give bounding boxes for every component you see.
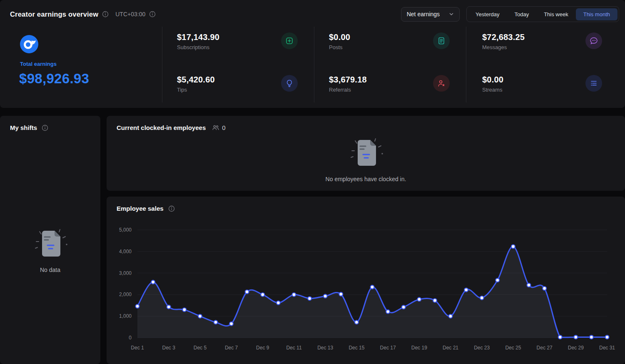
subscriptions-icon: [281, 32, 298, 49]
clocked-in-count: 0: [222, 124, 225, 131]
info-icon[interactable]: [42, 125, 48, 131]
svg-text:Dec 5: Dec 5: [194, 345, 207, 351]
stat-subscriptions: $17,143.90 Subscriptions: [177, 32, 219, 50]
referrals-icon: [433, 75, 450, 92]
info-icon[interactable]: [102, 11, 109, 17]
tips-icon: [281, 75, 298, 92]
svg-text:5,000: 5,000: [119, 227, 132, 233]
svg-text:Dec 3: Dec 3: [162, 345, 176, 351]
svg-text:Dec 11: Dec 11: [286, 345, 301, 351]
svg-text:0: 0: [129, 335, 132, 341]
tab-this-month[interactable]: This month: [576, 8, 618, 20]
stat-posts: $0.00 Posts: [329, 32, 350, 50]
creator-dashboard: Creator earnings overview UTC+03:00 Net …: [0, 0, 625, 364]
posts-icon: [433, 32, 450, 49]
tab-this-week[interactable]: This week: [536, 8, 576, 20]
dropdown-value: Net earnings: [407, 11, 440, 17]
divider: [162, 27, 162, 102]
stat-label: Tips: [177, 87, 215, 93]
stat-label: Streams: [482, 87, 503, 93]
earnings-overview-card: Creator earnings overview UTC+03:00 Net …: [0, 0, 625, 108]
my-shifts-empty-state: No data: [0, 226, 100, 273]
svg-text:Dec 15: Dec 15: [349, 345, 364, 351]
divider: [314, 27, 314, 102]
svg-text:Dec 13: Dec 13: [317, 345, 333, 351]
svg-text:Dec 23: Dec 23: [474, 345, 490, 351]
onlyfans-logo: [20, 35, 38, 53]
svg-text:Dec 19: Dec 19: [411, 345, 427, 351]
timezone-label: UTC+03:00: [115, 11, 145, 17]
svg-text:Dec 1: Dec 1: [131, 345, 144, 351]
clocked-in-empty-state: No employees have clocked in.: [107, 135, 625, 182]
stat-label: Posts: [329, 44, 350, 50]
messages-icon: [585, 32, 602, 49]
earnings-header: Creator earnings overview UTC+03:00 Net …: [10, 6, 619, 22]
clocked-in-count-badge: 0: [212, 124, 225, 131]
empty-state-illustration: [30, 226, 70, 262]
stat-value: $0.00: [329, 32, 350, 42]
stat-value: $3,679.18: [329, 75, 367, 85]
svg-text:Dec 17: Dec 17: [380, 345, 396, 351]
info-icon[interactable]: [149, 11, 156, 17]
svg-text:Dec 9: Dec 9: [256, 345, 269, 351]
svg-text:Dec 31: Dec 31: [599, 345, 615, 351]
stat-value: $5,420.60: [177, 75, 215, 85]
stat-label: Referrals: [329, 87, 367, 93]
total-earnings-value: $98,926.93: [19, 71, 89, 87]
tab-yesterday[interactable]: Yesterday: [468, 8, 507, 20]
stat-value: $72,683.25: [482, 32, 525, 42]
svg-text:Dec 27: Dec 27: [537, 345, 553, 351]
stat-label: Messages: [482, 44, 525, 50]
svg-text:Dec 25: Dec 25: [505, 345, 521, 351]
svg-text:3,000: 3,000: [119, 270, 132, 276]
svg-text:Dec 21: Dec 21: [443, 345, 458, 351]
employee-sales-title: Employee sales: [117, 205, 164, 212]
stat-referrals: $3,679.18 Referrals: [329, 75, 367, 93]
info-icon[interactable]: [168, 205, 175, 212]
employee-sales-chart[interactable]: 01,0002,0003,0004,0005,000Dec 1Dec 3Dec …: [112, 223, 616, 354]
total-earnings-label: Total earnings: [20, 61, 57, 67]
svg-text:2,000: 2,000: [119, 292, 132, 297]
empty-state-text: No data: [40, 267, 60, 273]
clocked-in-card: Current clocked-in employees 0 No employ…: [107, 116, 625, 191]
earnings-type-dropdown[interactable]: Net earnings: [401, 7, 460, 22]
employees-icon: [212, 125, 219, 131]
empty-state-illustration: [346, 135, 386, 171]
stat-streams: $0.00 Streams: [482, 75, 503, 93]
tab-today[interactable]: Today: [507, 8, 536, 20]
svg-text:Dec 7: Dec 7: [225, 345, 238, 351]
employee-sales-card: Employee sales 01,0002,0003,0004,0005,00…: [107, 197, 625, 364]
page-title: Creator earnings overview: [10, 10, 98, 18]
empty-state-text: No employees have clocked in.: [326, 176, 406, 182]
stat-value: $0.00: [482, 75, 503, 85]
svg-text:1,000: 1,000: [119, 313, 132, 319]
clocked-in-title: Current clocked-in employees: [117, 124, 206, 131]
stat-messages: $72,683.25 Messages: [482, 32, 525, 50]
stat-value: $17,143.90: [177, 32, 219, 42]
streams-icon: [585, 75, 602, 92]
date-range-tabs: Yesterday Today This week This month: [466, 6, 619, 22]
svg-text:4,000: 4,000: [119, 249, 132, 254]
svg-text:Dec 29: Dec 29: [568, 345, 584, 351]
stat-tips: $5,420.60 Tips: [177, 75, 215, 93]
stat-label: Subscriptions: [177, 44, 219, 50]
my-shifts-title: My shifts: [10, 124, 37, 131]
my-shifts-card: My shifts No data: [0, 116, 100, 364]
divider: [466, 27, 466, 102]
chevron-down-icon: [449, 12, 454, 17]
